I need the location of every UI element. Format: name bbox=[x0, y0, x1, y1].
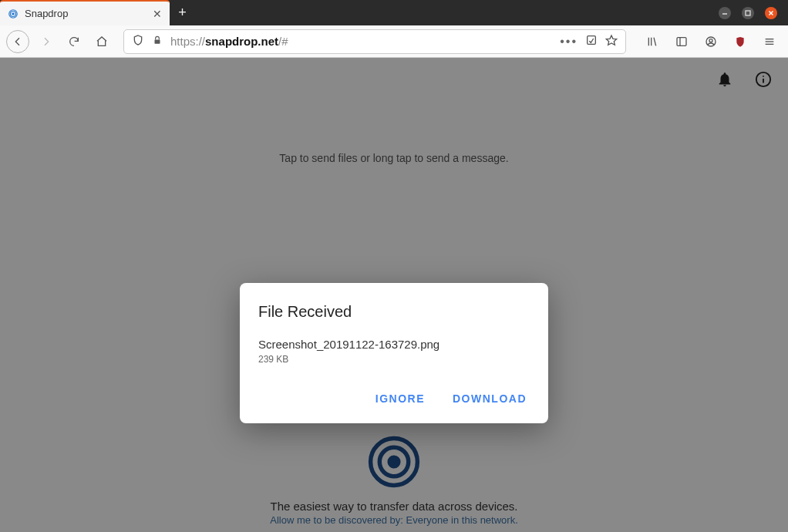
svg-rect-8 bbox=[588, 36, 596, 45]
svg-point-16 bbox=[709, 39, 712, 42]
window-minimize-button[interactable] bbox=[719, 7, 731, 19]
window-maximize-button[interactable] bbox=[742, 7, 754, 19]
svg-rect-7 bbox=[155, 39, 160, 43]
sidebar-icon[interactable] bbox=[672, 31, 691, 52]
file-received-dialog: File Received Screenshot_20191122-163729… bbox=[240, 283, 548, 423]
tab-title: Snapdrop bbox=[25, 8, 146, 19]
new-tab-button[interactable]: + bbox=[170, 0, 195, 25]
tracking-shield-icon[interactable] bbox=[132, 34, 144, 49]
page-actions-icon[interactable]: ••• bbox=[560, 35, 578, 49]
svg-marker-9 bbox=[606, 35, 616, 45]
home-button[interactable] bbox=[91, 31, 113, 52]
forward-button[interactable] bbox=[35, 31, 57, 52]
url-text: https://snapdrop.net/# bbox=[170, 35, 552, 48]
address-bar[interactable]: https://snapdrop.net/# ••• bbox=[123, 29, 626, 54]
ublock-icon[interactable] bbox=[731, 31, 749, 52]
window-close-button[interactable] bbox=[765, 7, 777, 19]
browser-toolbar: https://snapdrop.net/# ••• bbox=[0, 25, 788, 58]
menu-icon[interactable] bbox=[760, 31, 779, 52]
browser-tab[interactable]: Snapdrop ✕ bbox=[0, 0, 170, 25]
dialog-title: File Received bbox=[258, 303, 530, 321]
svg-rect-13 bbox=[677, 37, 686, 45]
reader-mode-icon[interactable] bbox=[585, 34, 598, 49]
snapdrop-favicon-icon bbox=[8, 8, 19, 19]
window-titlebar: Snapdrop ✕ + bbox=[0, 0, 788, 25]
ignore-button[interactable]: IGNORE bbox=[372, 386, 428, 411]
bookmark-star-icon[interactable] bbox=[605, 34, 618, 49]
download-button[interactable]: DOWNLOAD bbox=[450, 386, 530, 411]
toolbar-right bbox=[643, 31, 782, 52]
back-button[interactable] bbox=[6, 30, 29, 53]
window-controls bbox=[719, 0, 788, 25]
account-icon[interactable] bbox=[702, 31, 720, 52]
dialog-actions: IGNORE DOWNLOAD bbox=[258, 386, 530, 411]
lock-icon[interactable] bbox=[152, 35, 163, 48]
tab-close-icon[interactable]: ✕ bbox=[153, 8, 162, 20]
reload-button[interactable] bbox=[63, 31, 85, 52]
svg-line-12 bbox=[654, 37, 656, 45]
page-content: Tap to send files or long tap to send a … bbox=[0, 58, 788, 532]
dialog-filesize: 239 KB bbox=[258, 354, 530, 365]
library-icon[interactable] bbox=[643, 31, 662, 52]
svg-point-0 bbox=[12, 12, 15, 15]
dialog-filename: Screenshot_20191122-163729.png bbox=[258, 338, 530, 351]
svg-rect-4 bbox=[746, 11, 750, 15]
